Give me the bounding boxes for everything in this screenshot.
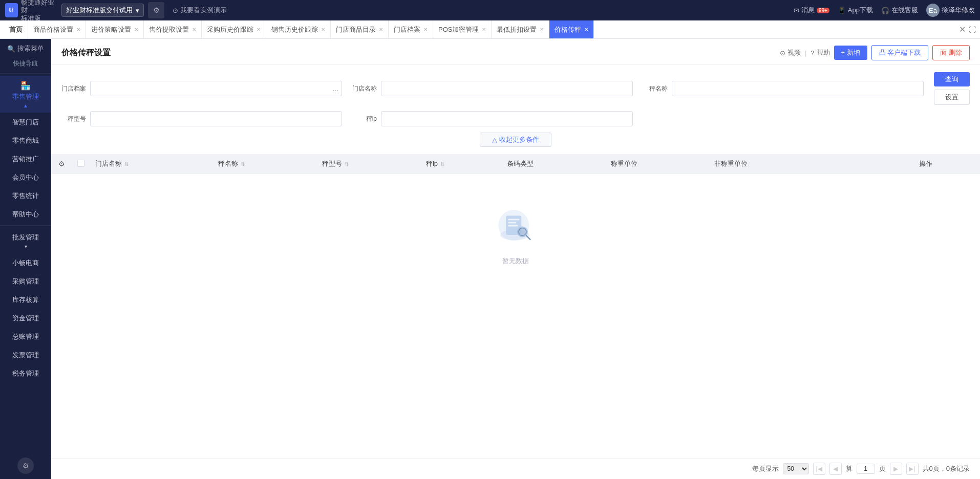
store-file-input-wrapper: … — [90, 81, 342, 96]
sidebar-quick-nav[interactable]: 快捷导航 — [0, 56, 51, 71]
close-icon[interactable]: ✕ — [379, 27, 383, 32]
download-button[interactable]: 凸 客户端下载 — [871, 45, 929, 60]
close-window-btn[interactable]: ✕ — [959, 25, 966, 34]
help-link[interactable]: ? 帮助 — [811, 48, 829, 57]
sidebar-item-invoice[interactable]: 发票管理 — [0, 345, 51, 364]
sidebar-item-smart-store[interactable]: 智慧门店 — [0, 113, 51, 131]
th-non-weight-unit: 非称重单位 — [709, 155, 914, 173]
first-page-btn[interactable]: |◀ — [813, 463, 825, 475]
close-icon[interactable]: ✕ — [423, 27, 428, 32]
sidebar-item-inventory[interactable]: 库存核算 — [0, 290, 51, 309]
add-button[interactable]: + 新增 — [834, 46, 867, 60]
filter-scale-model: 秤型号 — [61, 111, 342, 126]
scale-model-input[interactable] — [90, 111, 342, 126]
content-area: 价格传秤设置 ⊙ 视频 | ? 帮助 + 新增 凸 客户端下载 面 — [51, 39, 980, 479]
data-table: ⚙ 门店名称 ⇅ 秤名称 ⇅ — [51, 155, 980, 173]
main-layout: 🔍 搜索菜单 快捷导航 🏪 零售管理 ▲ 智慧门店 零售商城 营销推广 会员中心… — [0, 39, 980, 479]
store-file-input[interactable] — [90, 81, 342, 96]
table-header-row: ⚙ 门店名称 ⇅ 秤名称 ⇅ — [51, 155, 980, 173]
sidebar-item-wholesale[interactable]: 批发管理 ▾ — [0, 228, 51, 253]
sidebar: 🔍 搜索菜单 快捷导航 🏪 零售管理 ▲ 智慧门店 零售商城 营销推广 会员中心… — [0, 39, 51, 479]
demo-link[interactable]: ⊙ 我要看实例演示 — [173, 6, 227, 15]
top-bar-right: ✉ 消息 99+ 📱 App下载 🎧 在线客服 Ea 徐泽华修改 — [794, 4, 975, 17]
delete-button[interactable]: 面 删除 — [932, 45, 970, 60]
th-barcode-type: 条码类型 — [502, 155, 605, 173]
page-header-actions: ⊙ 视频 | ? 帮助 + 新增 凸 客户端下载 面 删除 — [780, 45, 970, 60]
filter-store-file: 门店档案 … — [61, 81, 342, 96]
sort-icon[interactable]: ⇅ — [124, 161, 129, 167]
th-scale-ip: 秤ip ⇅ — [421, 155, 502, 173]
close-icon[interactable]: ✕ — [192, 27, 196, 32]
message-btn[interactable]: ✉ 消息 99+ — [794, 6, 829, 15]
sidebar-search[interactable]: 🔍 搜索菜单 — [0, 39, 51, 56]
video-link[interactable]: ⊙ 视频 — [780, 48, 801, 57]
sort-icon[interactable]: ⇅ — [440, 161, 444, 167]
sidebar-item-retail-stat[interactable]: 零售统计 — [0, 186, 51, 205]
scale-name-label: 秤名称 — [643, 84, 668, 93]
close-icon[interactable]: ✕ — [584, 27, 588, 32]
top-bar: 财 畅捷通好业财 标准版 好业财标准版交付试用 ▾ ⚙ ⊙ 我要看实例演示 ✉ … — [0, 0, 980, 20]
sidebar-item-tax[interactable]: 税务管理 — [0, 364, 51, 382]
query-button[interactable]: 查询 — [934, 72, 970, 86]
dots-icon[interactable]: … — [332, 85, 339, 93]
close-icon[interactable]: ✕ — [321, 27, 325, 32]
select-all-checkbox[interactable] — [77, 160, 84, 167]
collapse-button[interactable]: △ 收起更多条件 — [480, 133, 551, 147]
close-icon[interactable]: ✕ — [134, 27, 138, 32]
svg-rect-3 — [508, 219, 520, 221]
version-selector[interactable]: 好业财标准版交付试用 ▾ — [61, 4, 144, 17]
tab-min-discount[interactable]: 最低折扣设置 ✕ — [492, 20, 549, 39]
sort-icon[interactable]: ⇅ — [241, 161, 245, 167]
tab-sale-price[interactable]: 售价提取设置 ✕ — [144, 20, 202, 39]
tab-purchase-strategy[interactable]: 进价策略设置 ✕ — [86, 20, 144, 39]
close-icon[interactable]: ✕ — [482, 27, 486, 32]
settings-icon[interactable]: ⚙ — [148, 2, 164, 18]
app-download-btn[interactable]: 📱 App下载 — [838, 6, 873, 15]
sidebar-item-marketing[interactable]: 营销推广 — [0, 149, 51, 168]
close-icon[interactable]: ✕ — [76, 27, 80, 32]
tab-home[interactable]: 首页 — [4, 20, 28, 39]
sidebar-item-help[interactable]: 帮助中心 — [0, 205, 51, 223]
store-name-input[interactable] — [381, 81, 633, 96]
online-service-btn[interactable]: 🎧 在线客服 — [881, 6, 918, 15]
tab-pos-encrypt[interactable]: POS加密管理 ✕ — [433, 20, 492, 39]
scale-name-input[interactable] — [672, 81, 924, 96]
sidebar-bottom: ⚙ — [0, 452, 51, 479]
th-check[interactable] — [72, 155, 90, 173]
tab-sales-history[interactable]: 销售历史价跟踪 ✕ — [266, 20, 331, 39]
filter-area: 门店档案 … 门店名称 秤名称 查询 — [51, 65, 980, 155]
scale-ip-input[interactable] — [381, 111, 633, 126]
close-icon[interactable]: ✕ — [257, 27, 261, 32]
tab-price-scale[interactable]: 价格传秤 ✕ — [549, 20, 594, 39]
sidebar-item-member[interactable]: 会员中心 — [0, 168, 51, 186]
tab-store-file[interactable]: 门店档案 ✕ — [389, 20, 433, 39]
next-page-btn[interactable]: ▶ — [890, 463, 902, 475]
th-gear[interactable]: ⚙ — [51, 155, 72, 173]
tab-store-catalog[interactable]: 门店商品目录 ✕ — [331, 20, 389, 39]
empty-state: 暂无数据 — [51, 173, 980, 296]
close-icon[interactable]: ✕ — [540, 27, 544, 32]
sidebar-item-ledger[interactable]: 总账管理 — [0, 327, 51, 345]
user-profile[interactable]: Ea 徐泽华修改 — [926, 4, 975, 17]
tab-price-setting[interactable]: 商品价格设置 ✕ — [28, 20, 86, 39]
sidebar-item-purchase[interactable]: 采购管理 — [0, 272, 51, 290]
tab-purchase-history[interactable]: 采购历史价跟踪 ✕ — [202, 20, 266, 39]
page-number-input[interactable] — [857, 464, 875, 474]
sidebar-item-ecommerce[interactable]: 小畅电商 — [0, 253, 51, 272]
setting-button[interactable]: 设置 — [934, 90, 970, 105]
maximize-window-btn[interactable]: ⛶ — [969, 26, 976, 34]
filter-store-name: 门店名称 — [352, 81, 633, 96]
sidebar-item-finance[interactable]: 资金管理 — [0, 309, 51, 327]
chevron-down-icon: ▾ — [136, 7, 139, 14]
per-page-select[interactable]: 50 10 20 100 — [783, 463, 809, 474]
scale-model-label: 秤型号 — [61, 115, 86, 123]
sidebar-gear-icon[interactable]: ⚙ — [17, 458, 34, 474]
prev-page-btn[interactable]: ◀ — [829, 463, 842, 475]
last-page-btn[interactable]: ▶| — [906, 463, 919, 475]
scale-ip-label: 秤ip — [352, 115, 377, 123]
filter-row-1: 门店档案 … 门店名称 秤名称 查询 — [61, 72, 970, 105]
sidebar-item-retail[interactable]: 🏪 零售管理 ▲ — [0, 76, 51, 113]
sort-icon[interactable]: ⇅ — [345, 161, 349, 167]
sidebar-item-retail-mall[interactable]: 零售商城 — [0, 131, 51, 149]
filter-scale-ip: 秤ip — [352, 111, 633, 126]
